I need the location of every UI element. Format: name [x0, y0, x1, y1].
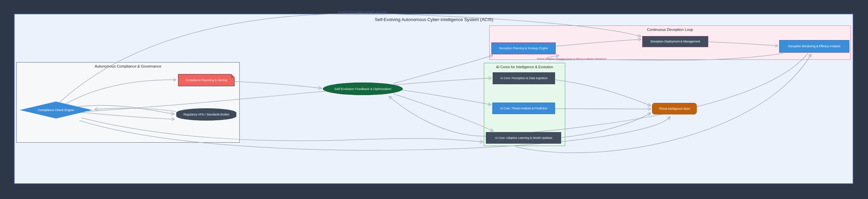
- subgraph-ai-cores-title: AI Cores for Intelligence & Evolution: [484, 65, 565, 69]
- node-deception-monitoring-efficacy-analysis: Deception Monitoring & Efficacy Analysis: [779, 40, 849, 53]
- node-threat-intelligence-store: Threat Intelligence Store: [652, 103, 697, 114]
- node-compliance-reporting-alerting: Compliance Reporting & Alerting: [178, 74, 235, 86]
- node-ai-adaptive-label: AI Core: Adaptive Learning & Model Updat…: [495, 136, 552, 140]
- node-ai-perception-label: AI Core: Perception & Data Ingestion: [500, 76, 547, 80]
- node-deception-monitoring-label: Deception Monitoring & Efficacy Analysis: [788, 44, 841, 48]
- node-ai-threat-label: AI Core: Threat Analysis & Prediction: [500, 107, 548, 110]
- node-threat-store-label: Threat Intelligence Store: [659, 107, 690, 110]
- node-deception-deployment-management: Deception Deployment & Management: [642, 36, 708, 47]
- subgraph-deception-title: Continuous Deception Loop: [490, 28, 850, 32]
- node-deception-planning-strategy-engine: Deception Planning & Strategy Engine: [491, 42, 556, 54]
- node-self-evolution-label: Self-Evolution Feedback & Optimization: [334, 87, 391, 91]
- node-ai-core-adaptive-learning-model-updates: AI Core: Adaptive Learning & Model Updat…: [486, 132, 561, 144]
- node-regulatory-apis-label: Regulatory APIs / Standards Bodies: [183, 113, 229, 116]
- node-deception-planning-label: Deception Planning & Strategy Engine: [499, 47, 548, 50]
- diagram-title: Self-Evolving Autonomous Cyber-Intellige…: [315, 17, 553, 22]
- node-compliance-reporting-alerting-label: Compliance Reporting & Alerting: [185, 78, 227, 82]
- subgraph-compliance-title: Autonomous Compliance & Governance: [17, 64, 239, 68]
- node-ai-core-threat-analysis-prediction: AI Core: Threat Analysis & Prediction: [492, 103, 555, 114]
- note-fold-corner: [231, 74, 235, 77]
- node-deception-deployment-label: Deception Deployment & Management: [651, 40, 700, 43]
- node-ai-core-perception-data-ingestion: AI Core: Perception & Data Ingestion: [493, 72, 555, 84]
- node-self-evolution-feedback-optimization: Self-Evolution Feedback & Optimization: [323, 83, 403, 95]
- node-regulatory-apis-standards-bodies: Regulatory APIs / Standards Bodies: [176, 108, 236, 121]
- edge-label-refine: Refines Deception Strategies based on Ef…: [529, 58, 614, 60]
- node-compliance-check-engine-label: Compliance Check Engine: [38, 108, 74, 112]
- diagram-stage: Autonomous Compliance & Governance Conti…: [0, 0, 868, 199]
- edge-label-legality: Ensures Deception Legality & Scope: [326, 10, 400, 14]
